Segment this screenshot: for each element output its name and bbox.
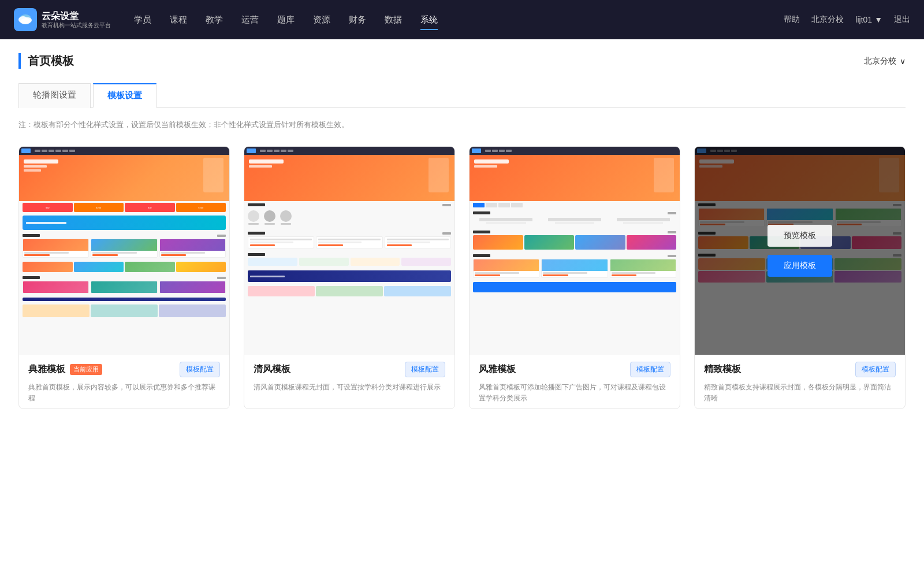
- page-content: 首页模板 北京分校 ∨ 轮播图设置 模板设置 注：模板有部分个性化样式设置，设置…: [0, 39, 924, 572]
- config-btn-jingzhi[interactable]: 模板配置: [855, 362, 896, 377]
- template-card-jingzhi: 预览模板 应用模板 精致模板 模板配置 精致首页模板支持课程展示封面，各模板分隔…: [694, 146, 906, 409]
- nav-menu: 学员 课程 教学 运营 题库 资源 财务 数据 系统: [134, 12, 784, 28]
- nav-item-courses[interactable]: 课程: [170, 12, 187, 28]
- top-navigation: 云朵设堂 教育机构一站式服务云平台 学员 课程 教学 运营 题库 资源 财务 数…: [0, 0, 924, 39]
- tab-template[interactable]: 模板设置: [93, 83, 157, 108]
- template-preview-qingfeng: [244, 147, 454, 355]
- config-btn-fengya[interactable]: 模板配置: [630, 362, 670, 377]
- template-preview-fengya: [470, 147, 680, 355]
- config-btn-qingfeng[interactable]: 模板配置: [405, 362, 445, 377]
- tab-carousel[interactable]: 轮播图设置: [18, 83, 91, 108]
- chevron-down-icon: ∨: [900, 57, 906, 66]
- tab-bar: 轮播图设置 模板设置: [18, 83, 906, 108]
- template-card-footer-jingzhi: 精致模板 模板配置 精致首页模板支持课程展示封面，各模板分隔明显，界面简洁清晰: [695, 355, 905, 408]
- nav-logo[interactable]: 云朵设堂 教育机构一站式服务云平台: [14, 8, 111, 31]
- nav-right: 帮助 北京分校 lijt01 ▼ 退出: [784, 14, 910, 25]
- config-btn-dianye[interactable]: 模板配置: [180, 362, 220, 377]
- template-preview-dianye: ¥30 ¥200 ¥30 ¥200: [19, 147, 229, 355]
- templates-grid: ¥30 ¥200 ¥30 ¥200: [18, 146, 906, 409]
- apply-template-button[interactable]: 应用模板: [767, 255, 832, 277]
- nav-item-students[interactable]: 学员: [134, 12, 151, 28]
- nav-item-teaching[interactable]: 教学: [206, 12, 223, 28]
- note-text: 注：模板有部分个性化样式设置，设置后仅当前模板生效；非个性化样式设置后针对所有模…: [18, 120, 906, 130]
- nav-item-resources[interactable]: 资源: [313, 12, 330, 28]
- template-card-footer-fengya: 风雅模板 模板配置 风雅首页模板可添加轮播图下广告图片，可对课程及课程包设置学科…: [470, 355, 680, 408]
- template-hover-overlay-jingzhi: 预览模板 应用模板: [695, 147, 905, 355]
- template-card-dianye: ¥30 ¥200 ¥30 ¥200: [18, 146, 230, 409]
- logo-icon: [14, 8, 37, 31]
- template-desc-fengya: 风雅首页模板可添加轮播图下广告图片，可对课程及课程包设置学科分类展示: [479, 382, 670, 404]
- template-desc-jingzhi: 精致首页模板支持课程展示封面，各模板分隔明显，界面简洁清晰: [704, 382, 896, 404]
- template-preview-jingzhi: 预览模板 应用模板: [695, 147, 905, 355]
- template-name-qingfeng: 清风模板: [254, 363, 290, 376]
- template-desc-qingfeng: 清风首页模板课程无封面，可设置按学科分类对课程进行展示: [254, 382, 445, 393]
- template-name-fengya: 风雅模板: [479, 363, 516, 376]
- page-title: 首页模板: [18, 53, 74, 69]
- template-card-qingfeng: 清风模板 模板配置 清风首页模板课程无封面，可设置按学科分类对课程进行展示: [244, 146, 455, 409]
- nav-item-data[interactable]: 数据: [385, 12, 402, 28]
- nav-user-dropdown[interactable]: lijt01 ▼: [855, 15, 882, 24]
- template-card-fengya: 风雅模板 模板配置 风雅首页模板可添加轮播图下广告图片，可对课程及课程包设置学科…: [469, 146, 680, 409]
- logo-sub-text: 教育机构一站式服务云平台: [42, 22, 111, 29]
- logo-main-text: 云朵设堂: [42, 10, 111, 21]
- template-desc-dianye: 典雅首页模板，展示内容较多，可以展示优惠券和多个推荐课程: [28, 382, 220, 404]
- template-card-footer-dianye: 典雅模板 当前应用 模板配置 典雅首页模板，展示内容较多，可以展示优惠券和多个推…: [19, 355, 229, 408]
- template-name-jingzhi: 精致模板: [704, 363, 741, 376]
- nav-item-operations[interactable]: 运营: [241, 12, 259, 28]
- svg-point-3: [20, 18, 31, 24]
- nav-branch[interactable]: 北京分校: [811, 14, 844, 25]
- nav-item-system[interactable]: 系统: [420, 12, 438, 28]
- branch-selector[interactable]: 北京分校 ∨: [864, 56, 906, 66]
- page-header: 首页模板 北京分校 ∨: [18, 53, 906, 69]
- badge-current-dianye: 当前应用: [70, 364, 102, 375]
- template-card-footer-qingfeng: 清风模板 模板配置 清风首页模板课程无封面，可设置按学科分类对课程进行展示: [244, 355, 454, 398]
- nav-item-question-bank[interactable]: 题库: [277, 12, 295, 28]
- nav-item-finance[interactable]: 财务: [349, 12, 366, 28]
- mock-logo: [21, 148, 31, 153]
- preview-template-button[interactable]: 预览模板: [767, 225, 832, 247]
- nav-help[interactable]: 帮助: [784, 14, 800, 25]
- template-name-dianye: 典雅模板: [28, 363, 65, 376]
- nav-logout[interactable]: 退出: [894, 14, 910, 25]
